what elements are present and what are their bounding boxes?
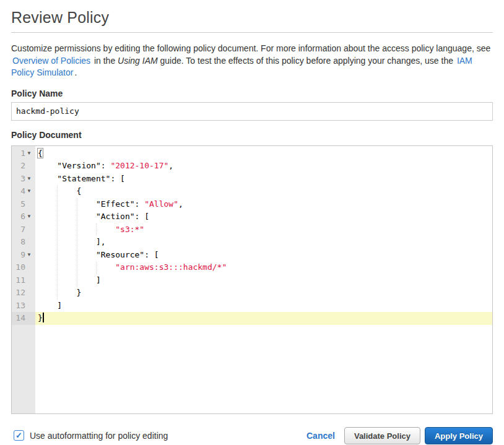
- code-token: ,: [168, 161, 173, 170]
- code-line[interactable]: ]: [35, 274, 492, 287]
- description-part2: in the: [94, 56, 115, 66]
- code-token: ]: [38, 275, 101, 285]
- cancel-link[interactable]: Cancel: [306, 431, 335, 441]
- code-line[interactable]: "arn:aws:s3:::hackmd/*": [35, 261, 492, 274]
- gutter-line-number: 2: [12, 160, 35, 173]
- policy-document-label: Policy Document: [11, 130, 493, 140]
- description-part3: guide. To test the effects of this polic…: [160, 56, 453, 66]
- string-token: "arn:aws:s3:::hackmd/*": [115, 262, 227, 272]
- code-line[interactable]: "Effect": "Allow",: [35, 198, 492, 211]
- policy-name-label: Policy Name: [11, 89, 493, 98]
- fold-arrow-icon[interactable]: ▼: [25, 147, 33, 160]
- string-token: "s3:*": [115, 225, 144, 234]
- description-text: Customize permissions by editing the fol…: [11, 43, 493, 79]
- gutter-line-number[interactable]: 9▼: [12, 249, 35, 262]
- gutter-line-number: 14: [12, 312, 35, 325]
- code-token: "Effect":: [38, 199, 144, 209]
- code-token: "Action": [: [38, 212, 149, 221]
- code-line[interactable]: "Action": [: [35, 210, 492, 223]
- footer-actions: Cancel Validate Policy Apply Policy: [306, 427, 493, 444]
- code-token: [38, 262, 115, 272]
- code-line[interactable]: {: [35, 147, 492, 160]
- page-title: Review Policy: [11, 9, 493, 27]
- code-line[interactable]: "s3:*": [35, 223, 492, 236]
- title-divider: [11, 32, 493, 33]
- code-token: ,: [178, 199, 183, 209]
- description-part4: .: [74, 67, 77, 77]
- gutter-line-number: 13: [12, 300, 35, 313]
- code-line[interactable]: "Version": "2012-10-17",: [35, 160, 492, 173]
- gutter-line-number[interactable]: 4▼: [12, 185, 35, 198]
- apply-policy-button[interactable]: Apply Policy: [425, 427, 493, 444]
- using-iam-guide-name: Using IAM: [118, 56, 158, 66]
- validate-policy-button[interactable]: Validate Policy: [344, 427, 420, 444]
- string-token: "Allow": [144, 199, 178, 209]
- code-line[interactable]: ],: [35, 236, 492, 249]
- code-line[interactable]: ]: [35, 300, 492, 313]
- code-line[interactable]: {: [35, 185, 492, 198]
- policy-name-input[interactable]: [11, 102, 493, 121]
- text-cursor: [43, 313, 44, 322]
- fold-arrow-icon[interactable]: ▼: [25, 210, 33, 223]
- code-token: ]: [38, 301, 62, 310]
- editor-gutter: 1▼23▼4▼56▼789▼1011121314: [12, 146, 35, 413]
- gutter-line-number: 5: [12, 198, 35, 211]
- gutter-line-number[interactable]: 6▼: [12, 210, 35, 223]
- gutter-line-number: 7: [12, 223, 35, 236]
- string-token: "2012-10-17": [110, 161, 168, 170]
- fold-arrow-icon[interactable]: ▼: [25, 249, 33, 262]
- code-line[interactable]: }: [35, 287, 492, 300]
- fold-arrow-icon[interactable]: ▼: [25, 173, 33, 186]
- matched-brace: {: [37, 148, 43, 158]
- checkmark-icon: ✓: [15, 431, 22, 439]
- code-token: ],: [38, 237, 106, 246]
- gutter-line-number[interactable]: 3▼: [12, 173, 35, 186]
- code-line[interactable]: "Statement": [: [35, 173, 492, 186]
- code-line[interactable]: }: [35, 312, 492, 325]
- gutter-line-number[interactable]: 1▼: [12, 147, 35, 160]
- overview-of-policies-link[interactable]: Overview of Policies: [11, 56, 92, 66]
- gutter-line-number: 11: [12, 274, 35, 287]
- gutter-line-number: 12: [12, 287, 35, 300]
- autoformat-label: Use autoformatting for policy editing: [30, 431, 168, 441]
- code-token: "Resource": [: [38, 250, 159, 259]
- code-token: }: [38, 313, 43, 322]
- review-policy-page: Review Policy Customize permissions by e…: [0, 9, 504, 444]
- code-token: [38, 225, 115, 234]
- autoformat-option[interactable]: ✓ Use autoformatting for policy editing: [14, 430, 168, 441]
- fold-arrow-icon[interactable]: ▼: [25, 185, 33, 198]
- code-token: {: [38, 186, 81, 196]
- code-token: "Statement": [: [38, 174, 125, 183]
- footer-bar: ✓ Use autoformatting for policy editing …: [11, 427, 493, 444]
- autoformat-checkbox[interactable]: ✓: [14, 430, 24, 441]
- code-token: "Version":: [38, 161, 110, 170]
- policy-document-editor[interactable]: 1▼23▼4▼56▼789▼1011121314 { "Version": "2…: [11, 145, 493, 414]
- gutter-line-number: 10: [12, 261, 35, 274]
- code-token: }: [38, 288, 81, 297]
- gutter-line-number: 8: [12, 236, 35, 249]
- editor-code[interactable]: { "Version": "2012-10-17", "Statement": …: [35, 146, 492, 413]
- code-line[interactable]: "Resource": [: [35, 249, 492, 262]
- description-part1: Customize permissions by editing the fol…: [11, 43, 490, 53]
